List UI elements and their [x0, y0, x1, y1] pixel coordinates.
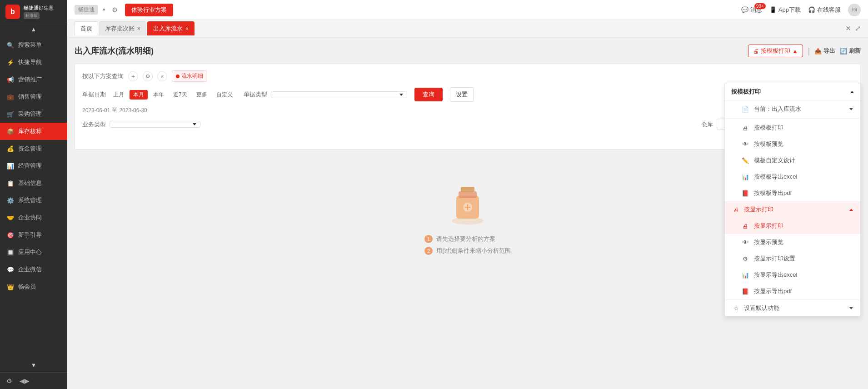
online-service-button[interactable]: 🎧 在线客服 [808, 6, 841, 14]
filter-doc-type-item: 单据类型 [244, 90, 407, 99]
sales-icon: 💼 [6, 93, 15, 101]
sidebar-item-label: 库存核算 [18, 127, 42, 135]
export-label: 导出 [823, 47, 835, 55]
settings-button[interactable]: 设置 [450, 87, 474, 102]
dropdown-default-func[interactable]: ☆ 设置默认功能 [725, 299, 860, 316]
topbar: 畅捷通 ▾ ⚙ 体验行业方案 💬 消息 99+ 📱 App下载 🎧 在线客服 R… [67, 0, 868, 20]
dropdown-display-print-settings[interactable]: ⚙ 按显示打印设置 [725, 250, 860, 267]
close-window-icon[interactable]: ✕ [845, 24, 851, 33]
template-print-label: 按模板打印 [754, 124, 783, 132]
tab-batch-account-close[interactable]: × [137, 25, 140, 32]
dropdown-template-export-excel[interactable]: 📊 按模板导出excel [725, 169, 860, 185]
tab-inventory-flow-close[interactable]: × [185, 25, 189, 32]
dropdown-template-preview[interactable]: 👁 按模板预览 [725, 136, 860, 152]
query-button[interactable]: 查询 [414, 88, 443, 101]
template-custom-label: 模板自定义设计 [754, 156, 795, 165]
sidebar-item-guide[interactable]: 🎯 新手引导 [0, 226, 67, 244]
sidebar-item-label: 企业协同 [18, 214, 42, 222]
maximize-window-icon[interactable]: ⤢ [855, 24, 861, 33]
sidebar-item-inventory[interactable]: 📦 库存核算 [0, 123, 67, 140]
template-preview-icon: 👁 [741, 140, 749, 148]
sidebar-item-member[interactable]: 👑 畅会员 [0, 278, 67, 295]
tab-batch-account-label: 库存批次账 [105, 25, 135, 33]
app-download-button[interactable]: 📱 App下载 [769, 6, 801, 14]
tab-home-label: 首页 [80, 25, 92, 33]
sidebar-item-marketing[interactable]: 📢 营销推广 [0, 71, 67, 88]
trial-button[interactable]: 体验行业方案 [125, 4, 173, 16]
operations-icon: 📊 [6, 162, 15, 170]
tab-home[interactable]: 首页 [75, 21, 98, 35]
step-1-text: 请先选择要分析的方案 [436, 235, 495, 243]
sidebar-item-basic-info[interactable]: 📋 基础信息 [0, 175, 67, 192]
dropdown-display-export-excel[interactable]: 📊 按显示导出excel [725, 267, 860, 283]
message-button[interactable]: 💬 消息 99+ [741, 6, 762, 14]
default-func-chevron-icon [849, 307, 853, 309]
date-tab-current-month[interactable]: 本月 [130, 90, 148, 100]
filter-settings-button[interactable]: ⚙ [143, 71, 153, 81]
date-tab-last-month[interactable]: 上月 [110, 90, 128, 100]
export-button[interactable]: 📤 导出 [814, 47, 835, 55]
basic-info-icon: 📋 [6, 179, 15, 187]
date-range-separator: 至 [112, 106, 117, 114]
user-dropdown-icon[interactable]: ▾ [103, 7, 105, 13]
doc-type-chevron-icon [399, 94, 403, 96]
divider-template [725, 118, 860, 119]
sidebar-item-purchase[interactable]: 🛒 采购管理 [0, 105, 67, 123]
sidebar-item-label: 基础信息 [18, 179, 42, 187]
filter-collapse-button[interactable]: « [157, 71, 167, 81]
refresh-label: 刷新 [849, 47, 861, 55]
sidebar-item-sales[interactable]: 💼 销售管理 [0, 88, 67, 105]
empty-illustration [445, 182, 490, 228]
sidebar-item-search[interactable]: 🔍 搜索菜单 [0, 36, 67, 54]
sidebar-item-system[interactable]: ⚙️ 系统管理 [0, 192, 67, 209]
dropdown-display-preview[interactable]: 👁 按显示预览 [725, 234, 860, 250]
display-print-icon: 🖨 [741, 222, 749, 230]
dropdown-display-print[interactable]: 🖨 按显示打印 [725, 218, 860, 234]
dropdown-template-print[interactable]: 🖨 按模板打印 [725, 120, 860, 136]
topbar-right: 💬 消息 99+ 📱 App下载 🎧 在线客服 Rit [741, 4, 861, 16]
date-tab-more[interactable]: 更多 [193, 90, 211, 100]
empty-step-1: 1 请先选择要分析的方案 [424, 235, 510, 243]
sidebar-item-app-center[interactable]: 🔲 应用中心 [0, 244, 67, 261]
date-tab-custom[interactable]: 自定义 [213, 90, 236, 100]
settings-gear-icon[interactable]: ⚙ [6, 377, 12, 384]
date-tab-current-year[interactable]: 本年 [150, 90, 168, 100]
sidebar-item-finance[interactable]: 💰 资金管理 [0, 140, 67, 157]
sidebar-item-collab[interactable]: 🤝 企业协同 [0, 209, 67, 226]
date-tabs: 上月 本月 本年 近7天 更多 自定义 [110, 90, 236, 100]
filter-biz-type-item: 业务类型 [82, 120, 200, 129]
brand-name: 畅捷通好生意 [24, 5, 54, 11]
refresh-button[interactable]: 🔄 刷新 [840, 47, 861, 55]
dropdown-template-custom[interactable]: ✏️ 模板自定义设计 [725, 152, 860, 169]
sidebar-scroll-down[interactable]: ▼ [31, 360, 37, 370]
topbar-gear-icon[interactable]: ⚙ [112, 6, 118, 14]
sidebar-item-operations[interactable]: 📊 经营管理 [0, 157, 67, 175]
dropdown-current-label[interactable]: 📄 当前：出入库流水 [725, 101, 860, 117]
current-template-icon: 📄 [741, 105, 749, 113]
avatar-text: Rit [852, 7, 857, 12]
biz-type-select[interactable] [110, 121, 200, 128]
sidebar-logo: b 畅捷通好生意 标准版 [0, 0, 67, 22]
dropdown-display-export-pdf[interactable]: 📕 按显示导出pdf [725, 283, 860, 299]
tab-batch-account[interactable]: 库存批次账 × [99, 21, 146, 35]
template-print-icon: 🖨 [741, 124, 749, 132]
date-filter-label: 单据日期 [82, 90, 106, 99]
dropdown-collapse-icon[interactable] [850, 91, 854, 93]
tab-inventory-flow[interactable]: 出入库流水 × [147, 21, 195, 35]
current-template-text: 当前：出入库流水 [754, 105, 801, 113]
collapse-sidebar-icon[interactable]: ◀▶ [20, 377, 30, 384]
sidebar-item-quick-nav[interactable]: ⚡ 快捷导航 [0, 54, 67, 71]
date-tab-7-days[interactable]: 近7天 [170, 90, 191, 100]
sidebar-item-wechat[interactable]: 💬 企业微信 [0, 261, 67, 278]
avatar[interactable]: Rit [848, 4, 861, 16]
dropdown-template-export-pdf[interactable]: 📕 按模板导出pdf [725, 185, 860, 201]
template-excel-icon: 📊 [741, 173, 749, 181]
dropdown-display-section[interactable]: 🖨 按显示打印 [725, 201, 860, 218]
doc-type-select[interactable] [271, 91, 407, 98]
sidebar-item-label: 新手引导 [18, 231, 42, 239]
dropdown-title: 按模板打印 [731, 88, 761, 96]
print-dropdown-panel: 按模板打印 📄 当前：出入库流水 🖨 按模板打印 👁 按模板预览 ✏️ 模板自定… [724, 83, 861, 317]
print-button[interactable]: 🖨 按模板打印 ▲ [748, 45, 803, 57]
sidebar-scroll-up[interactable]: ▲ [31, 24, 37, 35]
filter-add-button[interactable]: + [128, 71, 138, 81]
